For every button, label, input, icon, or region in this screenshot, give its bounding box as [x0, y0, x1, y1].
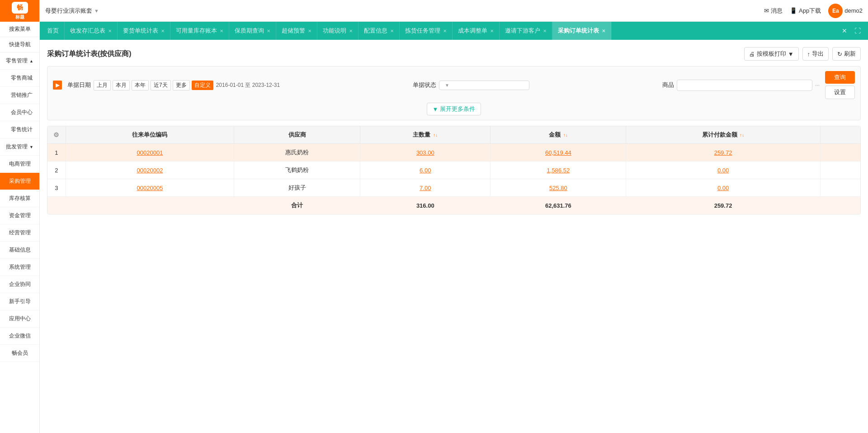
- workspace-selector[interactable]: 母婴行业演示账套 ▼: [45, 7, 99, 15]
- date-custom-badge[interactable]: 自定义: [192, 81, 213, 90]
- date-more-btn[interactable]: 更多: [173, 80, 190, 90]
- status-select[interactable]: ▼: [439, 81, 529, 90]
- tab-picking-task-label: 拣货任务管理: [405, 27, 440, 35]
- template-print-button[interactable]: 🖨 按模板打印 ▼: [744, 47, 799, 61]
- sidebar-item-basic[interactable]: 基础信息: [0, 242, 39, 259]
- tab-config-close-icon[interactable]: ✕: [390, 29, 394, 33]
- tab-config[interactable]: 配置信息 ✕: [359, 22, 400, 40]
- tab-purchase-stats-close-icon[interactable]: ✕: [161, 29, 165, 33]
- sidebar-item-ecommerce[interactable]: 电商管理: [0, 156, 39, 173]
- refresh-label: 刷新: [844, 50, 856, 58]
- sidebar-item-finance[interactable]: 资金管理: [0, 207, 39, 224]
- tab-recv-send[interactable]: 收发存汇总表 ✕: [65, 22, 118, 40]
- sidebar-item-retail-shop[interactable]: 零售商城: [0, 70, 39, 87]
- footer-quantity-text: 316.00: [416, 202, 434, 209]
- tab-purchase-stats[interactable]: 要货单统计表 ✕: [118, 22, 170, 40]
- tab-function-desc[interactable]: 功能说明 ✕: [317, 22, 359, 40]
- tab-picking-task[interactable]: 拣货任务管理 ✕: [400, 22, 453, 40]
- goods-search-input[interactable]: [677, 80, 812, 91]
- expand-label: 展开更多条件: [440, 105, 475, 113]
- app-label: App下载: [799, 7, 821, 15]
- col-unit-code-label: 往来单位编码: [132, 131, 167, 138]
- content: 采购订单统计表(按供应商) 🖨 按模板打印 ▼ ↑ 导出 ↻ 刷新: [40, 40, 868, 433]
- col-amount: 金额 ↑↓: [491, 126, 626, 144]
- sidebar-item-enterprise[interactable]: 企业协同: [0, 276, 39, 293]
- row2-unit-code-link[interactable]: 00020002: [137, 167, 163, 174]
- tab-maximize-btn[interactable]: ⛶: [853, 26, 863, 35]
- user-action[interactable]: Ea demo2: [828, 4, 863, 18]
- sidebar-quick-nav[interactable]: 快捷导航: [0, 37, 39, 52]
- col-unit-code: 往来单位编码: [66, 126, 234, 144]
- date-this-month-btn[interactable]: 本月: [113, 80, 130, 90]
- tab-close-btn[interactable]: ✕: [840, 26, 849, 35]
- row2-quantity-link[interactable]: 6.00: [420, 167, 431, 174]
- row3-unit-code: 00020005: [66, 179, 234, 197]
- tab-overstock[interactable]: 超储预警 ✕: [276, 22, 317, 40]
- sidebar-item-marketing[interactable]: 营销推广: [0, 87, 39, 104]
- row1-amount-link[interactable]: 60,519.44: [545, 149, 571, 156]
- sidebar-item-operations[interactable]: 经营管理: [0, 224, 39, 242]
- sidebar-item-wechat[interactable]: 企业微信: [0, 328, 39, 345]
- row1-quantity-link[interactable]: 303.00: [416, 149, 434, 156]
- amount-sort-icon[interactable]: ↑↓: [563, 133, 568, 138]
- row2-paid-amount-link[interactable]: 0.00: [717, 167, 729, 174]
- tab-invite-downstream[interactable]: 邀请下游客户 ✕: [500, 22, 552, 40]
- sidebar-item-purchase[interactable]: 采购管理: [0, 173, 39, 190]
- sidebar-item-finance-label: 资金管理: [9, 212, 31, 219]
- sidebar-item-vip[interactable]: 畅会员: [0, 345, 39, 362]
- date-last-7-days-btn[interactable]: 近7天: [151, 80, 171, 90]
- app-download-action[interactable]: 📱 App下载: [790, 7, 821, 15]
- date-last-month-btn[interactable]: 上月: [94, 80, 111, 90]
- tab-expiry-query[interactable]: 保质期查询 ✕: [229, 22, 276, 40]
- message-action[interactable]: ✉ 消息: [764, 7, 783, 15]
- tab-available-inventory[interactable]: 可用量库存账本 ✕: [170, 22, 229, 40]
- sidebar-item-wholesale[interactable]: 批发管理: [0, 138, 39, 156]
- export-button[interactable]: ↑ 导出: [802, 47, 829, 61]
- tab-picking-task-close-icon[interactable]: ✕: [443, 29, 447, 33]
- row3-quantity-link[interactable]: 7.00: [420, 185, 431, 191]
- filter-toggle-button[interactable]: ▶: [53, 81, 62, 90]
- refresh-button[interactable]: ↻ 刷新: [832, 47, 861, 61]
- tab-home[interactable]: 首页: [42, 22, 65, 40]
- expand-more-row: ▼ 展开更多条件: [53, 103, 855, 115]
- goods-more-icon[interactable]: ···: [815, 82, 820, 88]
- sidebar-item-retail-stats[interactable]: 零售统计: [0, 121, 39, 138]
- row1-unit-code-link[interactable]: 00020001: [137, 149, 163, 156]
- expand-more-button[interactable]: ▼ 展开更多条件: [427, 103, 481, 115]
- tab-function-desc-close-icon[interactable]: ✕: [349, 29, 353, 33]
- tab-cost-adjust-close-icon[interactable]: ✕: [490, 29, 494, 33]
- tab-recv-send-close-icon[interactable]: ✕: [108, 29, 112, 33]
- query-button[interactable]: 查询: [825, 71, 855, 84]
- quantity-sort-icon[interactable]: ↑↓: [433, 133, 438, 138]
- date-this-year-btn[interactable]: 本年: [132, 80, 149, 90]
- row3-unit-code-link[interactable]: 00020005: [137, 185, 163, 191]
- avatar: Ea: [828, 4, 843, 18]
- sidebar-item-retail[interactable]: 零售管理: [0, 52, 39, 70]
- sidebar-item-inventory-label: 库存核算: [9, 195, 31, 202]
- sidebar-item-member[interactable]: 会员中心: [0, 104, 39, 121]
- sidebar-item-newbie[interactable]: 新手引导: [0, 293, 39, 310]
- sidebar-item-system[interactable]: 系统管理: [0, 259, 39, 276]
- column-settings-icon[interactable]: ⚙: [53, 131, 59, 138]
- tab-cost-adjust[interactable]: 成本调整单 ✕: [453, 22, 500, 40]
- row3-paid-amount-link[interactable]: 0.00: [717, 185, 729, 191]
- tab-invite-downstream-close-icon[interactable]: ✕: [543, 29, 547, 33]
- tab-expiry-query-close-icon[interactable]: ✕: [267, 29, 270, 33]
- paid-amount-sort-icon[interactable]: ↑↓: [740, 133, 744, 138]
- tab-purchase-order-stats[interactable]: 采购订单统计表 ✕: [552, 22, 611, 40]
- row2-amount-link[interactable]: 1,586.52: [547, 167, 570, 174]
- sidebar-item-appstore[interactable]: 应用中心: [0, 310, 39, 328]
- footer-amount: 62,631.76: [491, 197, 626, 214]
- sidebar-item-retail-stats-label: 零售统计: [11, 126, 33, 133]
- settings-button[interactable]: 设置: [825, 86, 855, 99]
- row1-paid-amount-link[interactable]: 259.72: [714, 149, 732, 156]
- sidebar-search[interactable]: 搜索菜单: [0, 22, 39, 37]
- col-paid-amount: 累计付款金额 ↑↓: [626, 126, 820, 144]
- tab-overstock-close-icon[interactable]: ✕: [308, 29, 311, 33]
- tab-available-inventory-close-icon[interactable]: ✕: [220, 29, 223, 33]
- sidebar-item-inventory[interactable]: 库存核算: [0, 190, 39, 207]
- row3-amount-link[interactable]: 525.80: [549, 185, 567, 191]
- tab-purchase-order-stats-close-icon[interactable]: ✕: [602, 29, 605, 33]
- sidebar-item-retail-label: 零售管理: [6, 57, 28, 65]
- tab-function-desc-label: 功能说明: [323, 27, 346, 35]
